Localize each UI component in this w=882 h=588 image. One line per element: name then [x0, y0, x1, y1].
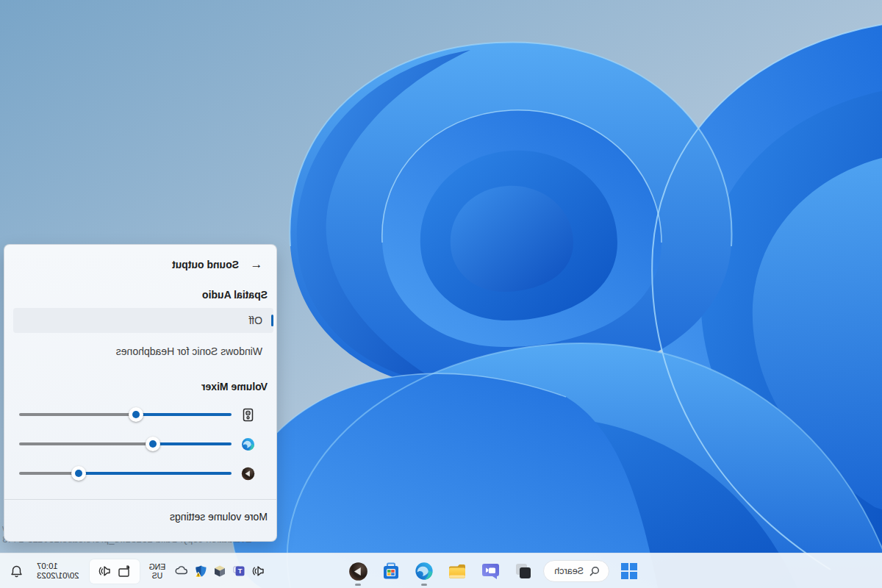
more-volume-settings-link[interactable]: More volume settings	[4, 500, 276, 523]
edge-icon	[241, 437, 255, 451]
task-view-button[interactable]	[510, 555, 537, 587]
media-player-button[interactable]	[345, 555, 371, 587]
notification-bell-button[interactable]	[4, 553, 29, 588]
media-player-icon	[241, 467, 255, 481]
taskbar: Search	[0, 553, 882, 588]
file-explorer-icon	[448, 562, 467, 581]
clock-date: 20/01/2023	[37, 571, 79, 581]
microsoft-store-icon	[381, 562, 401, 581]
volume-icon	[98, 564, 111, 578]
taskbar-tray: T	[0, 553, 268, 588]
ethernet-icon	[118, 564, 132, 578]
back-arrow-icon[interactable]: ←	[250, 257, 262, 272]
slider-thumb[interactable]	[146, 437, 160, 451]
chat-button[interactable]	[477, 555, 503, 587]
spatial-audio-options: Off Windows Sonic for Headphones	[4, 308, 276, 364]
volume-slider-edge[interactable]	[19, 437, 232, 451]
edge-button[interactable]	[411, 555, 437, 587]
slider-row-edge	[4, 429, 276, 459]
slider-thumb[interactable]	[129, 407, 143, 422]
file-explorer-button[interactable]	[444, 555, 470, 587]
running-indicator	[421, 584, 427, 586]
option-off-label: Off	[249, 315, 262, 326]
slider-thumb[interactable]	[71, 466, 86, 481]
onedrive-cloud-icon[interactable]	[172, 553, 191, 588]
language-indicator[interactable]: ENG US	[143, 562, 173, 580]
search-box[interactable]: Search	[543, 560, 609, 582]
windows-logo-icon	[621, 563, 637, 579]
volume-mixer-label: Volume Mixer	[4, 381, 268, 392]
clock-time: 10:07	[37, 562, 79, 572]
speaker-cabinet-icon	[241, 408, 255, 422]
teams-icon[interactable]: T	[229, 553, 248, 588]
taskbar-center-group: Search	[345, 553, 642, 588]
volume-slider-media[interactable]	[19, 466, 232, 481]
spatial-audio-label: Spatial Audio	[4, 289, 268, 301]
search-icon	[589, 566, 600, 576]
svg-text:T: T	[238, 567, 243, 575]
option-windows-sonic-label: Windows Sonic for Headphones	[116, 345, 262, 357]
option-windows-sonic[interactable]: Windows Sonic for Headphones	[13, 339, 273, 364]
clock[interactable]: 10:07 20/01/2023	[29, 562, 87, 581]
media-player-taskbar-icon	[348, 562, 368, 581]
sound-output-flyout: ← Sound output Spatial Audio Off Windows…	[4, 244, 277, 542]
bell-icon	[10, 564, 24, 578]
slider-row-media	[4, 459, 276, 488]
search-label: Search	[554, 566, 584, 576]
running-indicator	[355, 584, 361, 586]
security-shield-warning-icon[interactable]	[191, 553, 210, 588]
slider-row-system	[4, 400, 276, 429]
volume-tray-icon[interactable]	[248, 553, 268, 588]
chat-icon	[481, 562, 500, 581]
volume-slider-system[interactable]	[19, 407, 232, 422]
microsoft-store-button[interactable]	[378, 555, 404, 587]
start-button[interactable]	[616, 555, 642, 587]
option-off[interactable]: Off	[13, 308, 273, 333]
virtualbox-cube-icon[interactable]	[210, 553, 229, 588]
volume-mixer	[4, 400, 276, 488]
quick-settings-button[interactable]	[90, 559, 140, 584]
flyout-header: ← Sound output	[4, 245, 276, 272]
desktop-screen-mirrored: Windows 11 Pro Insider Preview Evaluatio…	[0, 0, 882, 588]
task-view-icon	[514, 562, 532, 580]
flyout-title: Sound output	[172, 259, 239, 270]
edge-taskbar-icon	[415, 562, 434, 581]
